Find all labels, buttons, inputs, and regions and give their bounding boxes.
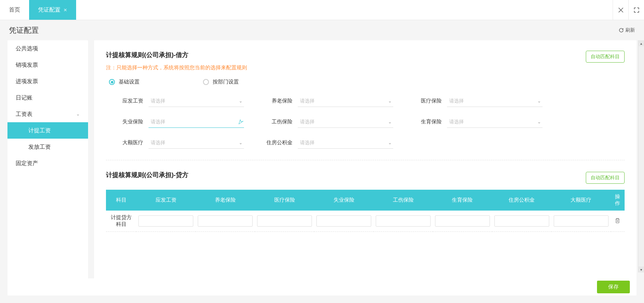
th-maternity: 生育保险 (433, 190, 492, 211)
radio-label: 基础设置 (119, 79, 140, 85)
select-injury-insurance[interactable]: ⌄ (298, 116, 393, 128)
select-unemployment-insurance[interactable] (149, 116, 244, 128)
select-input[interactable] (447, 95, 543, 107)
select-housing-fund[interactable]: ⌄ (298, 137, 393, 149)
radio-by-department[interactable]: 按部门设置 (203, 79, 239, 85)
th-actions: 操作 (611, 190, 625, 211)
refresh-icon (619, 28, 624, 33)
radio-label: 按部门设置 (213, 79, 239, 85)
th-payable-salary: 应发工资 (136, 190, 196, 211)
select-input[interactable] (149, 137, 244, 149)
page-header: 凭证配置 刷新 (0, 20, 644, 40)
sidebar-item-purchase-invoice[interactable]: 进项发票 (7, 73, 88, 89)
select-input[interactable] (149, 95, 244, 107)
delete-icon[interactable] (615, 218, 620, 224)
credit-table: 科目 应发工资 养老保险 医疗保险 失业保险 工伤保险 生育保险 住房公积金 大… (106, 190, 625, 232)
field-housing-fund: 住房公积金 ⌄ (266, 137, 393, 149)
section1-title: 计提核算规则(公司承担)-借方 (106, 51, 247, 59)
sidebar-item-payroll[interactable]: 工资表 ⌄ (7, 106, 88, 122)
close-icon[interactable]: ✕ (63, 7, 67, 13)
sidebar: 公共选项 销项发票 进项发票 日记账 工资表 ⌄ 计提工资 发放工资 固定资产 (7, 40, 88, 280)
field-large-medical: 大额医疗 ⌄ (117, 137, 244, 149)
sidebar-item-public-options[interactable]: 公共选项 (7, 40, 88, 57)
select-medical-insurance[interactable]: ⌄ (447, 95, 543, 107)
th-subject: 科目 (106, 190, 136, 211)
cell-input-payable-salary[interactable] (138, 215, 193, 227)
expand-icon (634, 7, 639, 13)
sidebar-item-accrual-salary[interactable]: 计提工资 (7, 122, 88, 139)
field-label: 住房公积金 (266, 139, 293, 146)
sidebar-item-label: 固定资产 (16, 160, 38, 167)
auto-match-button-debit[interactable]: 自动匹配科目 (586, 51, 625, 63)
radio-icon (203, 79, 209, 85)
row-label: 计提贷方科目 (106, 211, 136, 232)
cell-input-unemployment[interactable] (316, 215, 371, 227)
select-input[interactable] (298, 116, 393, 128)
tab-home[interactable]: 首页 (0, 0, 29, 20)
chevron-down-icon: ⌄ (76, 111, 80, 117)
sidebar-item-label: 日记账 (16, 94, 32, 101)
select-input[interactable] (447, 116, 543, 128)
select-input[interactable] (149, 116, 244, 128)
tab-home-label: 首页 (9, 6, 20, 13)
field-injury-insurance: 工伤保险 ⌄ (266, 116, 393, 128)
field-label: 医疗保险 (416, 98, 442, 104)
field-label: 养老保险 (266, 98, 293, 104)
section2-title: 计提核算规则(公司承担)-贷方 (106, 171, 188, 179)
th-medical: 医疗保险 (255, 190, 314, 211)
field-pension-insurance: 养老保险 ⌄ (266, 95, 393, 107)
field-label: 大额医疗 (117, 139, 143, 146)
field-label: 工伤保险 (266, 119, 293, 125)
sidebar-item-fixed-assets[interactable]: 固定资产 (7, 155, 88, 171)
field-medical-insurance: 医疗保险 ⌄ (416, 95, 543, 107)
select-input[interactable] (298, 137, 393, 149)
select-payable-salary[interactable]: ⌄ (149, 95, 244, 107)
sidebar-item-sales-invoice[interactable]: 销项发票 (7, 57, 88, 73)
th-pension: 养老保险 (196, 190, 255, 211)
field-label: 失业保险 (117, 119, 143, 125)
radio-icon (109, 79, 115, 85)
refresh-label: 刷新 (625, 27, 635, 34)
fullscreen-button[interactable] (628, 0, 644, 20)
scroll-down-icon[interactable]: ▾ (638, 266, 644, 272)
field-label: 应发工资 (117, 98, 143, 104)
cell-input-medical[interactable] (257, 215, 312, 227)
select-input[interactable] (298, 95, 393, 107)
select-maternity-insurance[interactable]: ⌄ (447, 116, 543, 128)
th-injury: 工伤保险 (373, 190, 433, 211)
scroll-up-icon[interactable]: ▴ (638, 40, 644, 46)
cell-input-maternity[interactable] (435, 215, 490, 227)
field-unemployment-insurance: 失业保险 (117, 116, 244, 128)
sidebar-item-pay-salary[interactable]: 发放工资 (7, 139, 88, 155)
auto-match-button-credit[interactable]: 自动匹配科目 (586, 172, 625, 184)
tab-voucher-config-label: 凭证配置 (38, 6, 60, 13)
radio-basic-setup[interactable]: 基础设置 (109, 79, 140, 85)
cell-input-large-medical[interactable] (554, 215, 609, 227)
th-unemployment: 失业保险 (314, 190, 373, 211)
cell-input-housing-fund[interactable] (494, 215, 549, 227)
sidebar-item-label: 计提工资 (28, 127, 51, 134)
scrollbar[interactable]: ▴ ▾ (638, 40, 644, 272)
th-large-medical: 大额医疗 (551, 190, 611, 211)
window-close-button[interactable] (613, 0, 628, 20)
cell-input-injury[interactable] (376, 215, 431, 227)
close-icon (618, 7, 623, 13)
select-pension-insurance[interactable]: ⌄ (298, 95, 393, 107)
refresh-button[interactable]: 刷新 (619, 27, 635, 34)
tab-voucher-config[interactable]: 凭证配置 ✕ (29, 0, 76, 20)
field-maternity-insurance: 生育保险 ⌄ (416, 116, 543, 128)
sidebar-item-label: 销项发票 (16, 61, 38, 69)
section1-warning: 注：只能选择一种方式，系统将按照您当前的选择来配置规则 (106, 64, 247, 71)
save-button[interactable]: 保存 (597, 281, 630, 293)
table-row: 计提贷方科目 (106, 211, 625, 232)
footer-bar: 保存 (7, 278, 637, 296)
field-label: 生育保险 (416, 119, 442, 125)
field-payable-salary: 应发工资 ⌄ (117, 95, 244, 107)
sidebar-item-label: 工资表 (16, 111, 32, 118)
main-panel: 计提核算规则(公司承担)-借方 注：只能选择一种方式，系统将按照您当前的选择来配… (94, 40, 637, 280)
sidebar-item-journal[interactable]: 日记账 (7, 89, 88, 106)
select-large-medical[interactable]: ⌄ (149, 137, 244, 149)
cell-input-pension[interactable] (198, 215, 253, 227)
top-tab-bar: 首页 凭证配置 ✕ (0, 0, 644, 20)
th-housing-fund: 住房公积金 (492, 190, 551, 211)
